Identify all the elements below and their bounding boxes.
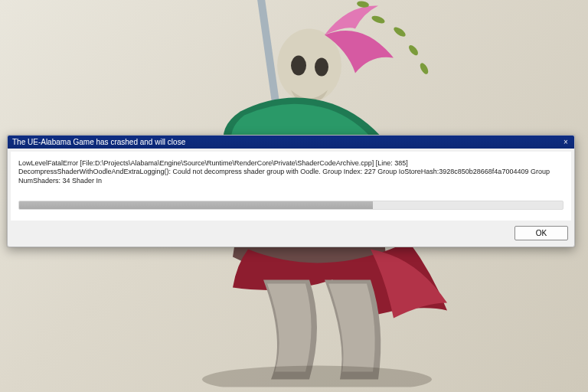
svg-point-9: [202, 366, 432, 387]
close-button[interactable]: ×: [559, 137, 573, 148]
progress-bar: [18, 201, 564, 210]
svg-point-5: [392, 25, 407, 38]
dialog-footer: OK: [8, 220, 574, 247]
svg-point-4: [371, 15, 386, 25]
dialog-body: LowLevelFatalError [File:D:\Projects\Ala…: [11, 152, 571, 220]
titlebar: The UE-Alabama Game has crashed and will…: [8, 136, 574, 149]
ok-button[interactable]: OK: [514, 226, 568, 240]
error-line-2: DecompressShaderWithOodleAndExtraLogging…: [18, 168, 551, 184]
window-title: The UE-Alabama Game has crashed and will…: [12, 138, 559, 146]
progress-fill: [19, 201, 373, 209]
svg-point-8: [419, 62, 430, 76]
svg-point-3: [315, 58, 328, 77]
error-line-1: LowLevelFatalError [File:D:\Projects\Ala…: [18, 159, 408, 167]
crash-dialog: The UE-Alabama Game has crashed and will…: [7, 135, 575, 247]
svg-point-2: [291, 56, 306, 76]
error-message: LowLevelFatalError [File:D:\Projects\Ala…: [18, 159, 564, 185]
svg-point-6: [407, 44, 420, 57]
